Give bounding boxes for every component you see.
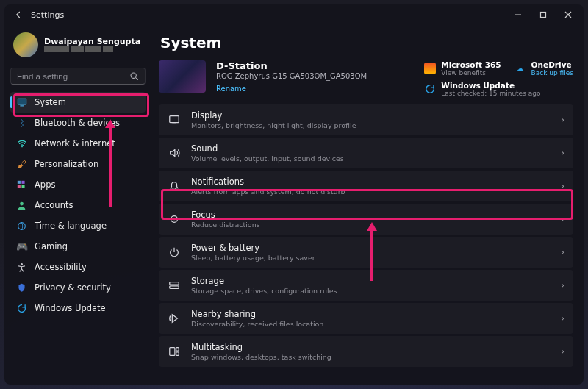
- row-focus[interactable]: FocusReduce distractions›: [159, 204, 573, 235]
- shield-icon: [16, 282, 27, 293]
- sidebar-item-label: Network & internet: [35, 138, 115, 149]
- svg-rect-5: [18, 180, 21, 183]
- svg-rect-17: [170, 348, 175, 356]
- row-title: Storage: [191, 276, 551, 286]
- tile-sub: Back up files: [531, 69, 573, 76]
- chevron-right-icon: ›: [561, 115, 564, 125]
- chevron-right-icon: ›: [561, 280, 564, 290]
- sidebar-item-wifi[interactable]: Network & internet: [10, 133, 146, 154]
- row-notifications[interactable]: NotificationsAlerts from apps and system…: [159, 171, 573, 201]
- brush-icon: 🖌: [16, 159, 27, 170]
- user-block[interactable]: Dwaipayan Sengupta: [10, 29, 146, 65]
- svg-point-9: [20, 201, 24, 205]
- window-controls: [506, 4, 581, 25]
- device-row: D-Station ROG Zephyrus G15 GA503QM_GA503…: [159, 60, 573, 97]
- sidebar-item-apps[interactable]: Apps: [10, 174, 146, 195]
- chevron-right-icon: ›: [561, 181, 564, 191]
- search-box[interactable]: [10, 68, 146, 85]
- settings-window: Settings Dwaipayan Sengupta: [4, 4, 584, 385]
- window-title: Settings: [31, 10, 506, 20]
- user-email-redacted: [44, 46, 140, 52]
- device-model: ROG Zephyrus G15 GA503QM_GA503QM: [216, 72, 414, 80]
- svg-rect-18: [176, 348, 179, 351]
- svg-rect-3: [20, 105, 24, 106]
- multitasking-icon: [168, 345, 181, 358]
- sidebar-item-person[interactable]: Accounts: [10, 195, 146, 215]
- nav-list: SystemᛒBluetooth & devicesNetwork & inte…: [10, 92, 146, 318]
- back-button[interactable]: [10, 7, 26, 23]
- bluetooth-icon: ᛒ: [16, 118, 27, 129]
- settings-rows: DisplayMonitors, brightness, night light…: [159, 104, 573, 367]
- svg-rect-0: [541, 13, 546, 18]
- chevron-right-icon: ›: [561, 313, 564, 324]
- row-sub: Sleep, battery usage, battery saver: [191, 254, 551, 262]
- storage-icon: [168, 279, 181, 292]
- row-sub: Monitors, brightness, night light, displ…: [191, 121, 551, 129]
- wifi-icon: [16, 138, 27, 149]
- avatar: [13, 32, 38, 57]
- svg-rect-12: [170, 116, 179, 123]
- sidebar-item-label: System: [35, 97, 66, 107]
- row-title: Nearby sharing: [191, 309, 551, 319]
- tile-microsoft365[interactable]: Microsoft 365 View benefits: [424, 60, 501, 76]
- arrow-left-icon: [14, 10, 23, 19]
- row-nearby[interactable]: Nearby sharingDiscoverability, received …: [159, 303, 573, 334]
- system-icon: [16, 97, 27, 108]
- row-text: DisplayMonitors, brightness, night light…: [191, 110, 551, 129]
- row-title: Multitasking: [191, 342, 551, 352]
- page-title: System: [160, 34, 573, 51]
- search-input[interactable]: [17, 72, 129, 81]
- sidebar-item-label: Bluetooth & devices: [35, 118, 120, 128]
- rename-link[interactable]: Rename: [216, 85, 246, 93]
- row-power[interactable]: Power & batterySleep, battery usage, bat…: [159, 237, 573, 268]
- tile-title: Windows Update: [441, 81, 540, 90]
- row-storage[interactable]: StorageStorage space, drives, configurat…: [159, 270, 573, 301]
- svg-point-4: [21, 146, 23, 148]
- svg-rect-7: [18, 185, 21, 188]
- main-pane: System D-Station ROG Zephyrus G15 GA503Q…: [151, 25, 584, 385]
- sidebar-item-bluetooth[interactable]: ᛒBluetooth & devices: [10, 113, 146, 133]
- close-button[interactable]: [556, 4, 581, 25]
- sidebar-item-update[interactable]: Windows Update: [10, 298, 146, 318]
- sidebar-item-accessibility[interactable]: Accessibility: [10, 257, 146, 277]
- onedrive-icon: ☁: [514, 63, 526, 74]
- sidebar-item-label: Privacy & security: [35, 282, 111, 293]
- update-icon: [16, 303, 27, 314]
- tile-onedrive[interactable]: ☁ OneDrive Back up files: [514, 60, 573, 76]
- svg-rect-15: [170, 282, 179, 285]
- svg-rect-16: [170, 286, 179, 289]
- chevron-right-icon: ›: [561, 148, 564, 158]
- minimize-button[interactable]: [506, 4, 531, 25]
- sidebar-item-game[interactable]: 🎮Gaming: [10, 236, 146, 257]
- row-text: NotificationsAlerts from apps and system…: [191, 176, 551, 196]
- sidebar-item-label: Accessibility: [35, 262, 87, 272]
- sidebar-item-system[interactable]: System: [10, 92, 146, 113]
- row-display[interactable]: DisplayMonitors, brightness, night light…: [159, 104, 573, 135]
- row-sound[interactable]: SoundVolume levels, output, input, sound…: [159, 138, 573, 168]
- row-multitasking[interactable]: MultitaskingSnap windows, desktops, task…: [159, 336, 573, 367]
- tile-title: Microsoft 365: [441, 60, 501, 69]
- sidebar-item-label: Personalization: [35, 159, 98, 169]
- power-icon: [168, 246, 181, 259]
- row-text: Power & batterySleep, battery usage, bat…: [191, 243, 551, 262]
- apps-icon: [16, 179, 27, 190]
- globe-icon: [16, 221, 27, 232]
- sidebar: Dwaipayan Sengupta SystemᛒBluetooth & de…: [4, 25, 151, 385]
- sidebar-item-shield[interactable]: Privacy & security: [10, 277, 146, 298]
- svg-rect-6: [22, 180, 25, 183]
- svg-point-1: [131, 73, 136, 78]
- person-icon: [16, 200, 27, 211]
- row-sub: Snap windows, desktops, task switching: [191, 353, 551, 361]
- sidebar-item-globe[interactable]: Time & language: [10, 215, 146, 236]
- titlebar: Settings: [4, 4, 584, 25]
- tile-windows-update[interactable]: Windows Update Last checked: 15 minutes …: [424, 81, 573, 97]
- device-thumbnail: [159, 60, 206, 93]
- sidebar-item-brush[interactable]: 🖌Personalization: [10, 154, 146, 174]
- tile-title: OneDrive: [531, 60, 573, 69]
- search-icon: [129, 71, 139, 81]
- maximize-button[interactable]: [531, 4, 556, 25]
- display-icon: [168, 113, 181, 126]
- row-title: Focus: [191, 210, 551, 220]
- focus-icon: [168, 213, 181, 226]
- row-sub: Alerts from apps and system, do not dist…: [191, 188, 551, 196]
